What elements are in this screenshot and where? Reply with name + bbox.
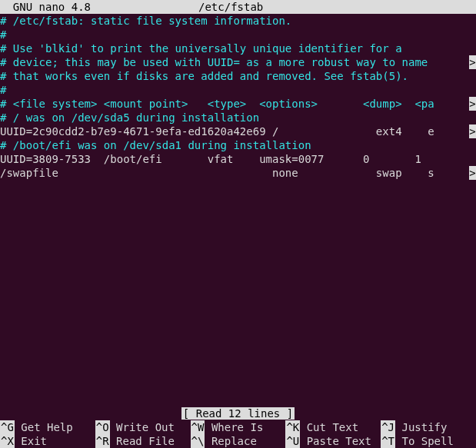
shortcut-hint[interactable]: ^G Get Help xyxy=(0,420,95,434)
shortcut-label: Write Out xyxy=(110,421,175,433)
shortcut-hint[interactable]: ^U Paste Text xyxy=(285,434,381,448)
app-name: GNU nano 4.8 xyxy=(0,0,91,14)
shortcut-label: To Spell xyxy=(395,435,454,447)
comment-text: # Use 'blkid' to print the universally u… xyxy=(0,42,402,55)
plain-text: UUID=3809-7533 /boot/efi vfat umask=0077… xyxy=(0,153,421,165)
file-line[interactable]: # <file system> <mount point> <type> <op… xyxy=(0,97,476,111)
shortcut-label: Exit xyxy=(15,435,47,447)
shortcut-hint[interactable]: ^O Write Out xyxy=(95,420,191,434)
file-line[interactable]: UUID=2c90cdd2-b7e9-4671-9efa-ed1620a42e6… xyxy=(0,124,476,138)
shortcut-hint[interactable]: ^R Read File xyxy=(95,434,191,448)
file-line[interactable]: # /boot/efi was on /dev/sda1 during inst… xyxy=(0,138,476,152)
nano-editor: GNU nano 4.8 /etc/fstab # /etc/fstab: st… xyxy=(0,0,476,448)
comment-text: # xyxy=(0,84,6,96)
plain-text: UUID=2c90cdd2-b7e9-4671-9efa-ed1620a42e6… xyxy=(0,125,434,138)
shortcut-key: ^W xyxy=(191,420,205,434)
file-name: /etc/fstab xyxy=(91,0,476,14)
comment-text: # that works even if disks are added and… xyxy=(0,70,408,82)
comment-text: # device; this may be used with UUID= as… xyxy=(0,56,434,68)
status-text: [ Read 12 lines ] xyxy=(181,407,295,420)
shortcut-key: ^K xyxy=(285,420,300,434)
file-line[interactable]: # xyxy=(0,28,476,41)
comment-text: # xyxy=(0,28,6,41)
title-bar: GNU nano 4.8 /etc/fstab xyxy=(0,0,476,14)
file-line[interactable]: # device; this may be used with UUID= as… xyxy=(0,55,476,69)
comment-text: # /etc/fstab: static file system informa… xyxy=(0,15,291,27)
shortcut-hint[interactable]: ^X Exit xyxy=(0,434,95,448)
comment-text: # /boot/efi was on /dev/sda1 during inst… xyxy=(0,139,311,151)
shortcut-label: Replace xyxy=(205,435,256,447)
overflow-indicator: > xyxy=(469,166,476,180)
shortcut-key: ^U xyxy=(285,434,300,448)
help-row: ^X Exit^R Read File^\ Replace^U Paste Te… xyxy=(0,434,476,448)
shortcut-label: Paste Text xyxy=(300,435,371,447)
shortcut-label: Read File xyxy=(110,435,175,447)
file-line[interactable]: # that works even if disks are added and… xyxy=(0,69,476,83)
shortcut-key: ^\ xyxy=(191,434,205,448)
shortcut-key: ^T xyxy=(381,434,395,448)
shortcut-label: Justify xyxy=(395,421,447,433)
file-line[interactable]: /swapfile none swap s xyxy=(0,166,476,180)
shortcut-label: Get Help xyxy=(15,421,73,433)
file-line[interactable]: # xyxy=(0,83,476,97)
shortcut-key: ^X xyxy=(0,434,15,448)
comment-text: # / was on /dev/sda5 during installation xyxy=(0,111,259,124)
overflow-indicator: > xyxy=(469,97,476,111)
shortcut-hint[interactable]: ^\ Replace xyxy=(191,434,286,448)
shortcut-key: ^O xyxy=(95,420,110,434)
status-bar: [ Read 12 lines ] xyxy=(0,407,476,420)
shortcut-hint[interactable]: ^T To Spell xyxy=(381,434,476,448)
editor-content[interactable]: # /etc/fstab: static file system informa… xyxy=(0,14,476,407)
shortcut-key: ^G xyxy=(0,420,15,434)
shortcut-hint[interactable]: ^W Where Is xyxy=(191,420,286,434)
shortcut-label: Cut Text xyxy=(300,421,358,433)
file-line[interactable]: # / was on /dev/sda5 during installation xyxy=(0,111,476,124)
help-row: ^G Get Help^O Write Out^W Where Is^K Cut… xyxy=(0,420,476,434)
shortcut-key: ^R xyxy=(95,434,110,448)
file-line[interactable]: UUID=3809-7533 /boot/efi vfat umask=0077… xyxy=(0,152,476,166)
shortcut-hint[interactable]: ^J Justify xyxy=(381,420,476,434)
overflow-indicator: > xyxy=(469,124,476,138)
shortcut-key: ^J xyxy=(381,420,395,434)
comment-text: # <file system> <mount point> <type> <op… xyxy=(0,98,434,110)
help-bar: ^G Get Help^O Write Out^W Where Is^K Cut… xyxy=(0,420,476,448)
plain-text: /swapfile none swap s xyxy=(0,167,434,179)
overflow-indicator: > xyxy=(469,55,476,69)
file-line[interactable]: # Use 'blkid' to print the universally u… xyxy=(0,41,476,55)
shortcut-hint[interactable]: ^K Cut Text xyxy=(285,420,381,434)
file-line[interactable]: # /etc/fstab: static file system informa… xyxy=(0,14,476,28)
shortcut-label: Where Is xyxy=(205,421,263,433)
